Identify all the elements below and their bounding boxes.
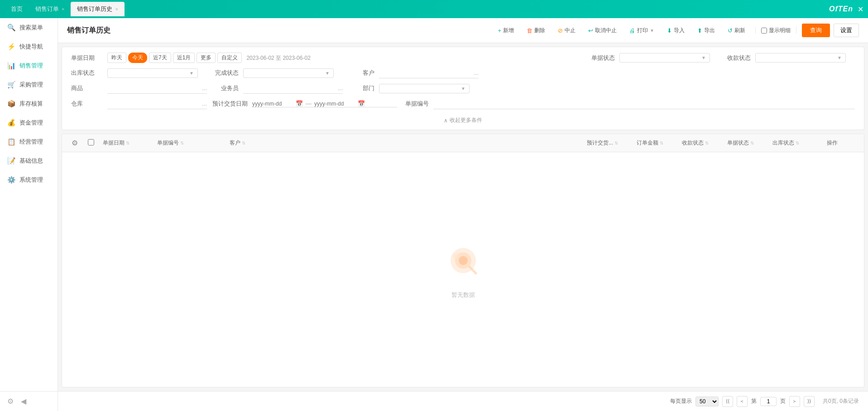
settings-button[interactable]: 设置: [834, 24, 859, 37]
date-btn-7days[interactable]: 近7天: [149, 53, 171, 63]
customer-dots[interactable]: ...: [474, 69, 479, 76]
export-button[interactable]: ⬆ 导出: [693, 24, 719, 37]
warehouse-dots[interactable]: ...: [202, 100, 207, 107]
delivery-to-input[interactable]: [314, 101, 355, 107]
th-delivery[interactable]: 预计交货... ⇅: [583, 139, 633, 147]
stop-icon: ⊘: [558, 27, 563, 34]
th-date[interactable]: 单据日期 ⇅: [99, 139, 153, 147]
date-btn-yesterday[interactable]: 昨天: [107, 53, 126, 63]
svg-point-2: [459, 256, 468, 265]
product-control: ...: [107, 83, 207, 94]
date-btn-today[interactable]: 今天: [128, 53, 147, 63]
display-toggle[interactable]: 显示明细: [761, 27, 791, 34]
order-number-input[interactable]: [433, 98, 855, 109]
th-customer[interactable]: 客户 ⇅: [226, 139, 583, 147]
date-btn-1month[interactable]: 近1月: [173, 53, 195, 63]
tab-sales-order-history-close[interactable]: ×: [115, 6, 118, 12]
th-pay-status[interactable]: 收款状态 ⇅: [678, 139, 724, 147]
th-stock-sort-icon: ⇅: [796, 140, 799, 145]
th-settings[interactable]: ⚙: [67, 139, 83, 147]
th-number[interactable]: 单据编号 ⇅: [153, 139, 226, 147]
stock-out-control: ▼: [107, 68, 207, 78]
tab-sales-order-close[interactable]: ×: [62, 6, 64, 12]
sidebar-collapse-icon[interactable]: ◀: [21, 397, 26, 406]
delivery-calendar-to[interactable]: 📅: [358, 100, 365, 107]
sidebar-item-basic-info[interactable]: 📝 基础信息: [0, 151, 58, 170]
sidebar-item-quick-nav[interactable]: ⚡ 快捷导航: [0, 37, 58, 56]
salesman-dots[interactable]: ...: [338, 85, 343, 92]
customer-label: 客户: [343, 69, 379, 77]
sidebar-item-purchase[interactable]: 🛒 采购管理: [0, 75, 58, 94]
inventory-icon: 📦: [7, 100, 16, 108]
customer-input[interactable]: [379, 68, 469, 78]
sidebar-item-sales[interactable]: 📊 销售管理: [0, 56, 58, 75]
pagination: 每页显示 50 20 100 ⟨⟨ ＜ 第 页 ＞ ⟩⟩ 共0页, 0条记录: [58, 391, 868, 411]
th-stock-status[interactable]: 出库状态 ⇅: [769, 139, 823, 147]
product-input[interactable]: [107, 83, 197, 93]
product-label: 商品: [71, 84, 107, 92]
stock-out-select[interactable]: ▼: [107, 68, 198, 78]
complete-status-control: ▼: [243, 68, 343, 78]
add-label: 新增: [503, 27, 514, 34]
payment-status-select[interactable]: ▼: [755, 53, 846, 63]
page-number-input[interactable]: [760, 397, 777, 406]
delivery-from-input[interactable]: [252, 101, 293, 107]
delivery-calendar-from[interactable]: 📅: [296, 100, 303, 107]
page-label-after: 页: [780, 397, 786, 405]
complete-status-select[interactable]: ▼: [243, 68, 334, 78]
sidebar-item-finance[interactable]: 💰 资金管理: [0, 113, 58, 132]
import-icon: ⬇: [667, 27, 672, 34]
prev-page-button[interactable]: ＜: [737, 396, 748, 407]
empty-state: 暂无数据: [62, 152, 864, 387]
salesman-label: 业务员: [207, 84, 243, 92]
sidebar-search-label: 搜索菜单: [19, 24, 43, 32]
toolbar-divider: [755, 27, 756, 34]
product-dots[interactable]: ...: [202, 85, 207, 92]
sidebar-item-search[interactable]: 🔍 搜索菜单: [0, 18, 58, 37]
query-button[interactable]: 查询: [802, 24, 830, 37]
th-customer-label: 客户: [230, 139, 240, 147]
tab-sales-order[interactable]: 销售订单 ×: [29, 2, 71, 16]
last-page-button[interactable]: ⟩⟩: [804, 396, 815, 407]
print-button[interactable]: 🖨 打印 ▼: [625, 24, 659, 37]
sidebar-settings-icon[interactable]: ⚙: [7, 397, 14, 406]
date-btn-more[interactable]: 更多: [197, 53, 216, 63]
next-page-button[interactable]: ＞: [789, 396, 800, 407]
cancel-stop-button[interactable]: ↩ 取消中止: [584, 24, 621, 37]
stop-button[interactable]: ⊘ 中止: [553, 24, 580, 37]
add-button[interactable]: + 新增: [494, 24, 519, 37]
order-status-select[interactable]: ▼: [619, 53, 710, 63]
refresh-button[interactable]: ↺ 刷新: [723, 24, 750, 37]
sidebar-finance-label: 资金管理: [19, 119, 43, 127]
sidebar-basic-info-label: 基础信息: [19, 157, 43, 165]
tab-sales-order-history[interactable]: 销售订单历史 ×: [71, 2, 124, 16]
th-delivery-label: 预计交货...: [587, 139, 613, 147]
th-action: 操作: [823, 139, 859, 147]
date-btn-custom[interactable]: 自定义: [217, 53, 242, 63]
settings-gear-icon[interactable]: ⚙: [72, 139, 78, 147]
import-button[interactable]: ⬇ 导入: [662, 24, 689, 37]
salesman-control: ...: [243, 83, 343, 94]
top-bar: 首页 销售订单 × 销售订单历史 × OfTEn ✕: [0, 0, 868, 18]
warehouse-input[interactable]: [107, 98, 197, 109]
th-amount[interactable]: 订单金额 ⇅: [633, 139, 678, 147]
tab-home[interactable]: 首页: [5, 2, 29, 16]
empty-illustration: [441, 240, 486, 285]
select-all-checkbox[interactable]: [88, 139, 94, 145]
department-select[interactable]: ▼: [379, 84, 470, 93]
print-dropdown-icon: ▼: [650, 28, 654, 33]
th-order-status[interactable]: 单据状态 ⇅: [724, 139, 769, 147]
delete-button[interactable]: 🗑 删除: [522, 24, 550, 37]
sidebar-item-system[interactable]: ⚙️ 系统管理: [0, 170, 58, 189]
collapse-button[interactable]: ∧ 收起更多条件: [71, 114, 855, 124]
sidebar-item-operations[interactable]: 📋 经营管理: [0, 132, 58, 151]
sidebar-item-inventory[interactable]: 📦 库存核算: [0, 94, 58, 113]
th-action-label: 操作: [827, 139, 838, 147]
first-page-button[interactable]: ⟨⟨: [722, 396, 733, 407]
system-icon: ⚙️: [7, 176, 16, 184]
salesman-input[interactable]: [243, 83, 333, 93]
display-toggle-checkbox[interactable]: [761, 28, 767, 34]
export-label: 导出: [704, 27, 715, 34]
page-size-select[interactable]: 50 20 100: [695, 396, 719, 406]
window-close-icon[interactable]: ✕: [858, 5, 863, 14]
